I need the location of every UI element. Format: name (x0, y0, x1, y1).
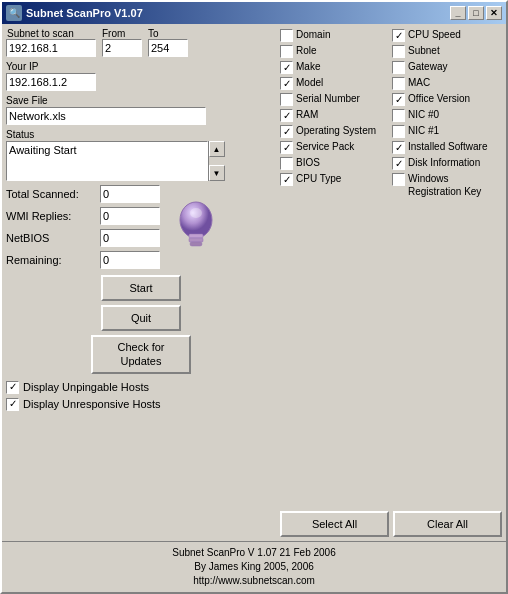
checkmark: ✓ (9, 382, 17, 392)
check-cell-disk_information: ✓Disk Information (392, 156, 502, 170)
windows_reg_key-checkbox[interactable] (392, 173, 405, 186)
serial_number-label: Serial Number (296, 92, 360, 105)
svg-point-0 (180, 202, 212, 238)
subnet-input[interactable] (6, 39, 96, 57)
main-content: Subnet to scan From To Your IP (2, 24, 506, 541)
main-window: 🔍 Subnet ScanPro V1.07 _ □ ✕ Subnet to s… (0, 0, 508, 594)
check-cell-model: ✓Model (280, 76, 390, 90)
wmi-input (100, 207, 160, 225)
ram-checkbox[interactable]: ✓ (280, 109, 293, 122)
role-checkbox[interactable] (280, 45, 293, 58)
display-unresponsive-label: Display Unresponsive Hosts (23, 397, 161, 411)
subnet-label: Subnet to scan (6, 28, 96, 39)
check-row: ✓RAMNIC #0 (280, 108, 502, 122)
footer: Subnet ScanPro V 1.07 21 Feb 2006 By Jam… (2, 541, 506, 592)
operating_system-label: Operating System (296, 124, 376, 137)
status-area: Awaiting Start (6, 141, 208, 181)
nic1-label: NIC #1 (408, 124, 439, 137)
select-all-button[interactable]: Select All (280, 511, 389, 537)
operating_system-checkbox[interactable]: ✓ (280, 125, 293, 138)
nic0-checkbox[interactable] (392, 109, 405, 122)
svg-rect-2 (189, 238, 203, 242)
domain-checkbox[interactable] (280, 29, 293, 42)
footer-line2: By James King 2005, 2006 (6, 560, 502, 574)
service_pack-checkbox[interactable]: ✓ (280, 141, 293, 154)
check-row: ✓CPU TypeWindows Registration Key (280, 172, 502, 198)
to-label: To (148, 28, 188, 39)
role-label: Role (296, 44, 317, 57)
check-cell-domain: Domain (280, 28, 390, 42)
check-cell-nic1: NIC #1 (392, 124, 502, 138)
app-icon: 🔍 (6, 5, 22, 21)
from-input[interactable] (102, 39, 142, 57)
gateway-checkbox[interactable] (392, 61, 405, 74)
quit-button[interactable]: Quit (101, 305, 181, 331)
start-button[interactable]: Start (101, 275, 181, 301)
check-cell-operating_system: ✓Operating System (280, 124, 390, 138)
cpu_type-label: CPU Type (296, 172, 341, 185)
wmi-label: WMI Replies: (6, 210, 96, 222)
disk_information-checkbox[interactable]: ✓ (392, 157, 405, 170)
mac-label: MAC (408, 76, 430, 89)
installed_software-checkbox[interactable]: ✓ (392, 141, 405, 154)
service_pack-label: Service Pack (296, 140, 354, 153)
title-bar: 🔍 Subnet ScanPro V1.07 _ □ ✕ (2, 2, 506, 24)
check-updates-button[interactable]: Check for Updates (91, 335, 191, 374)
office_version-checkbox[interactable]: ✓ (392, 93, 405, 106)
total-scanned-label: Total Scanned: (6, 188, 96, 200)
save-file-input[interactable] (6, 107, 206, 125)
mac-checkbox[interactable] (392, 77, 405, 90)
model-label: Model (296, 76, 323, 89)
checkmark: ✓ (9, 399, 17, 409)
status-scrollbar: ▲ ▼ (208, 141, 224, 181)
check-cell-make: ✓Make (280, 60, 390, 74)
model-checkbox[interactable]: ✓ (280, 77, 293, 90)
office_version-label: Office Version (408, 92, 470, 105)
minimize-button[interactable]: _ (450, 6, 466, 20)
nic1-checkbox[interactable] (392, 125, 405, 138)
check-cell-cpu_type: ✓CPU Type (280, 172, 390, 186)
maximize-button[interactable]: □ (468, 6, 484, 20)
subnet-label: Subnet (408, 44, 440, 57)
your-ip-label: Your IP (6, 61, 276, 72)
display-unpingable-checkbox[interactable]: ✓ (6, 381, 19, 394)
make-checkbox[interactable]: ✓ (280, 61, 293, 74)
display-unresponsive-checkbox[interactable]: ✓ (6, 398, 19, 411)
close-button[interactable]: ✕ (486, 6, 502, 20)
serial_number-checkbox[interactable] (280, 93, 293, 106)
left-panel: Subnet to scan From To Your IP (6, 28, 276, 537)
check-cell-bios: BIOS (280, 156, 390, 170)
save-file-label: Save File (6, 95, 276, 106)
right-panel: Domain✓CPU SpeedRoleSubnet✓MakeGateway✓M… (280, 28, 502, 537)
bulb-icon (168, 196, 223, 261)
your-ip-input[interactable] (6, 73, 96, 91)
check-row: Serial Number✓Office Version (280, 92, 502, 106)
cpu_speed-checkbox[interactable]: ✓ (392, 29, 405, 42)
disk_information-label: Disk Information (408, 156, 480, 169)
check-cell-installed_software: ✓Installed Software (392, 140, 502, 154)
bios-checkbox[interactable] (280, 157, 293, 170)
window-controls: _ □ ✕ (450, 6, 502, 20)
check-cell-nic0: NIC #0 (392, 108, 502, 122)
netbios-label: NetBIOS (6, 232, 96, 244)
cpu_type-checkbox[interactable]: ✓ (280, 173, 293, 186)
to-input[interactable] (148, 39, 188, 57)
installed_software-label: Installed Software (408, 140, 488, 153)
status-label: Status (6, 129, 276, 140)
windows_reg_key-label: Windows Registration Key (408, 172, 502, 198)
check-row: ✓Service Pack✓Installed Software (280, 140, 502, 154)
scroll-up-button[interactable]: ▲ (209, 141, 225, 157)
nic0-label: NIC #0 (408, 108, 439, 121)
subnet-checkbox[interactable] (392, 45, 405, 58)
scroll-down-button[interactable]: ▼ (209, 165, 225, 181)
display-unpingable-label: Display Unpingable Hosts (23, 380, 149, 394)
footer-line3: http://www.subnetscan.com (6, 574, 502, 588)
check-cell-cpu_speed: ✓CPU Speed (392, 28, 502, 42)
netbios-input (100, 229, 160, 247)
clear-all-button[interactable]: Clear All (393, 511, 502, 537)
make-label: Make (296, 60, 320, 73)
total-scanned-input (100, 185, 160, 203)
footer-line1: Subnet ScanPro V 1.07 21 Feb 2006 (6, 546, 502, 560)
check-cell-subnet: Subnet (392, 44, 502, 58)
cpu_speed-label: CPU Speed (408, 28, 461, 41)
